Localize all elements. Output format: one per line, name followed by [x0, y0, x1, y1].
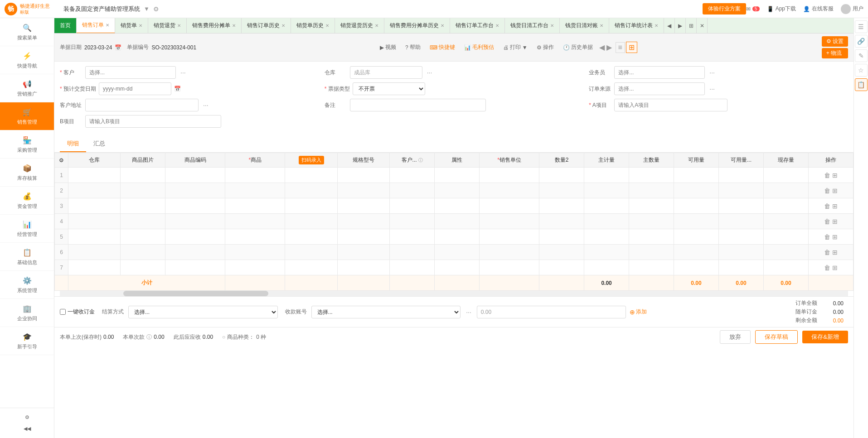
horizontal-scrollbar[interactable]: [60, 291, 848, 296]
account-select[interactable]: 选择...: [311, 306, 461, 318]
scan-btn[interactable]: 扫码录入: [299, 156, 324, 164]
warehouse-dots-btn[interactable]: ···: [425, 69, 434, 76]
tab-close-sales-order-history[interactable]: ✕: [281, 23, 285, 28]
sidebar-item-purchase[interactable]: 🏪 采购管理: [0, 130, 54, 159]
sidebar-item-sales[interactable]: 🛒 销售管理: [0, 102, 54, 130]
discard-button[interactable]: 放弃: [720, 330, 751, 344]
row-product-name-2[interactable]: [225, 183, 285, 198]
row-quantity2-2[interactable]: [539, 183, 584, 198]
tab-close-sales-order-workbench[interactable]: ✕: [495, 23, 499, 28]
sidebar-item-guide[interactable]: 🎓 新手引导: [0, 327, 54, 355]
tab-close-sales-return[interactable]: ✕: [139, 23, 142, 28]
row-product-code-1[interactable]: [165, 168, 225, 183]
tab-close-all-btn[interactable]: ✕: [697, 18, 708, 34]
row-copy-btn-7[interactable]: ⊞: [832, 264, 838, 271]
row-delete-btn-2[interactable]: 🗑: [824, 187, 830, 194]
delivery-calendar-icon[interactable]: 📅: [174, 86, 181, 92]
row-delete-btn-7[interactable]: 🗑: [824, 264, 830, 271]
row-delete-btn-6[interactable]: 🗑: [824, 249, 830, 256]
save-new-button[interactable]: 保存&新增: [802, 331, 848, 343]
one-click-checkout-checkbox[interactable]: 一键收订金: [60, 308, 95, 316]
industry-btn[interactable]: 体验行业方案: [703, 3, 746, 14]
row-spec-1[interactable]: [337, 168, 389, 183]
a-project-input[interactable]: [614, 99, 727, 111]
scroll-thumb[interactable]: [123, 291, 268, 296]
sidebar-item-marketing[interactable]: 📢 营销推广: [0, 74, 54, 102]
tab-sales-refund[interactable]: 销货退货 ✕: [148, 18, 187, 34]
account-dots-btn[interactable]: ···: [464, 308, 473, 316]
checkout-amount-input[interactable]: [477, 306, 626, 318]
user-item[interactable]: 用户: [841, 4, 863, 14]
settings-button[interactable]: ⚙ 设置: [822, 36, 848, 47]
row-spec-2[interactable]: [337, 183, 389, 198]
settings-icon[interactable]: ⚙: [153, 5, 159, 13]
invoice-type-select[interactable]: 不开票 增值税普通发票 增值税专用发票: [353, 82, 425, 95]
calendar-icon[interactable]: 📅: [115, 44, 121, 51]
tab-next-btn[interactable]: ▶: [675, 18, 686, 34]
sidebar-item-system[interactable]: ⚙️ 系统管理: [0, 271, 54, 299]
row-delete-btn-1[interactable]: 🗑: [824, 172, 830, 179]
salesperson-input[interactable]: [614, 66, 705, 79]
customer-input[interactable]: [85, 66, 176, 79]
right-panel-btn-2[interactable]: 🔗: [855, 35, 868, 48]
sidebar-settings-btn[interactable]: ⚙: [2, 412, 52, 423]
current-due-info-icon[interactable]: ⓘ: [146, 333, 152, 341]
message-icon-item[interactable]: ✉ 5: [746, 6, 760, 12]
tab-close-cash-daily[interactable]: ✕: [550, 23, 554, 28]
list-view-btn[interactable]: ≡: [616, 42, 625, 53]
profit-btn[interactable]: 📊 毛利预估: [461, 43, 497, 52]
right-panel-btn-4[interactable]: ☆: [855, 64, 868, 77]
tab-sales-fee[interactable]: 销售费用分摊单 ✕: [187, 18, 242, 34]
tab-cash-reconcile[interactable]: 钱货日清对账 ✕: [560, 18, 609, 34]
help-btn[interactable]: ? 帮助: [402, 43, 423, 52]
view-btn[interactable]: ▶ 视频: [377, 43, 399, 52]
tab-sales-order[interactable]: 销售订单 ✕: [77, 18, 115, 34]
sidebar-collapse-btn[interactable]: ◀◀: [2, 423, 52, 434]
row-delete-btn-4[interactable]: 🗑: [824, 218, 830, 225]
sidebar-item-search[interactable]: 🔍 搜索菜单: [0, 18, 54, 46]
sidebar-item-finance[interactable]: 💰 资金管理: [0, 187, 54, 215]
tab-close-sales-return-history[interactable]: ✕: [325, 23, 329, 28]
tab-summary[interactable]: 汇总: [86, 136, 112, 152]
tab-cash-daily[interactable]: 钱货日清工作台 ✕: [505, 18, 560, 34]
row-copy-btn-3[interactable]: ⊞: [832, 202, 838, 210]
tab-sales-order-workbench[interactable]: 销售订单工作台 ✕: [450, 18, 505, 34]
tab-sales-refund-history[interactable]: 销货退货历史 ✕: [335, 18, 384, 34]
tab-close-sales-refund-history[interactable]: ✕: [375, 23, 378, 28]
save-draft-button[interactable]: 保存草稿: [755, 330, 798, 344]
customer-dots-btn[interactable]: ···: [179, 69, 188, 76]
operation-btn[interactable]: ⚙ 操作: [534, 43, 557, 52]
row-copy-btn-2[interactable]: ⊞: [832, 187, 838, 194]
payment-method-select[interactable]: 选择...: [128, 306, 278, 318]
customer-address-input[interactable]: [85, 99, 199, 111]
history-btn[interactable]: 🕐 历史单据: [560, 43, 596, 52]
tab-close-sales-fee[interactable]: ✕: [232, 23, 236, 28]
row-product-image-1[interactable]: [121, 168, 165, 183]
row-attributes-1[interactable]: [435, 168, 480, 183]
prev-record-btn[interactable]: ◀: [599, 43, 605, 52]
row-copy-btn-1[interactable]: ⊞: [832, 172, 838, 179]
tab-close-sales-summary[interactable]: ✕: [655, 23, 658, 28]
next-record-btn[interactable]: ▶: [606, 43, 612, 52]
right-panel-btn-5[interactable]: 📋: [855, 78, 868, 91]
print-dropdown-icon[interactable]: ▼: [522, 44, 528, 51]
warehouse-input[interactable]: [350, 66, 422, 79]
tab-sales-summary[interactable]: 销售订单统计表 ✕: [609, 18, 664, 34]
dropdown-icon[interactable]: ▼: [144, 5, 150, 12]
tab-close-sales-refund[interactable]: ✕: [177, 23, 181, 28]
row-stock-qty-1[interactable]: [763, 168, 808, 183]
b-project-input[interactable]: [85, 115, 221, 128]
salesperson-dots-btn[interactable]: ···: [708, 69, 717, 76]
add-item-button[interactable]: + 物流: [822, 48, 848, 58]
grid-view-btn[interactable]: ⊞: [626, 42, 637, 53]
tab-close-cash-reconcile[interactable]: ✕: [600, 23, 603, 28]
row-available-qty2-2[interactable]: [719, 183, 764, 198]
order-source-dots-btn[interactable]: ···: [708, 85, 717, 92]
row-copy-btn-6[interactable]: ⊞: [832, 249, 838, 256]
col-header-settings[interactable]: ⚙: [55, 153, 68, 168]
sidebar-item-basic-info[interactable]: 📋 基础信息: [0, 243, 54, 271]
checkout-checkbox-input[interactable]: [60, 309, 66, 315]
row-attributes-2[interactable]: [435, 183, 480, 198]
row-warehouse-1[interactable]: [68, 168, 121, 183]
delivery-date-input[interactable]: [99, 82, 171, 95]
